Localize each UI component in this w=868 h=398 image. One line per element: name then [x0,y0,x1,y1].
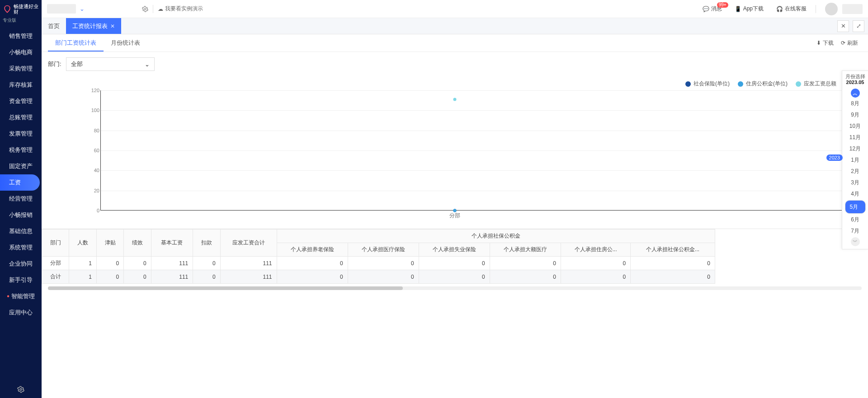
sidebar-item-11[interactable]: 小畅报销 [0,207,42,223]
legend-item-1[interactable]: 住房公积金(单位) [738,80,788,88]
close-tab-button[interactable]: ✕ [837,20,849,32]
month-option[interactable]: 6月 [845,215,866,225]
sidebar-item-14[interactable]: 企业协同 [0,256,42,272]
sidebar-item-2[interactable]: 采购管理 [0,61,42,77]
mobile-icon: 📱 [735,6,741,12]
legend-swatch [738,81,743,87]
sidebar-item-0[interactable]: 销售管理 [0,28,42,44]
fullscreen-button[interactable]: ⤢ [853,20,864,32]
org-selector[interactable]: ⌄ [47,4,137,14]
legend-item-2[interactable]: 应发工资总额 [796,80,836,88]
brand: 畅捷通好业财 [0,0,42,18]
brand-edition: 专业版 [0,17,42,23]
month-scroll-down[interactable]: ︾ [851,237,860,246]
sub-tabs: 部门工资统计表月份统计表 ⬇下载 ⟳刷新 [42,34,868,52]
month-option[interactable]: 2月 [845,166,866,177]
month-panel: 月份选择 2023.05 ︽8月9月10月11月12月1月2月3月4月5月6月7… [842,70,868,249]
app-download-button[interactable]: 📱 App下载 [735,5,764,13]
table-h-scroll[interactable] [48,286,862,290]
sidebar-item-label: 资金管理 [9,97,33,105]
cell: 0 [631,257,715,270]
cell: 1 [69,257,96,270]
cell: 0 [193,270,220,284]
sidebar-item-label: 智能管理 [11,292,35,300]
month-option[interactable]: 8月 [845,98,866,109]
tab-close-icon[interactable]: ✕ [110,23,115,29]
sidebar-item-label: 发票管理 [9,130,33,138]
sidebar-item-17[interactable]: 应用中心 [0,304,42,321]
cell: 0 [124,270,151,284]
gear-icon [17,386,24,394]
ytick: 100 [91,108,99,113]
sidebar-item-7[interactable]: 税务管理 [0,142,42,158]
sidebar-settings[interactable] [0,382,42,398]
cell: 0 [419,257,490,270]
scroll-thumb[interactable] [48,286,403,290]
col-header: 应发工资合计 [220,229,277,257]
chart-area: 社会保险(单位)住房公积金(单位)应发工资总额 020406080100120分… [42,76,868,223]
col-header: 扣款 [193,229,220,257]
month-option[interactable]: 4月 [845,189,866,199]
month-option[interactable]: 1月 [845,155,866,165]
gridline [100,150,845,151]
sub-tab-1[interactable]: 月份统计表 [104,34,147,52]
avatar[interactable] [825,3,838,15]
cell: 111 [220,257,277,270]
tab-label: 工资统计报表 [72,22,108,30]
sidebar-item-13[interactable]: 系统管理 [0,239,42,256]
sub-tab-0[interactable]: 部门工资统计表 [48,34,104,52]
download-button[interactable]: ⬇下载 [813,39,837,47]
tab-0[interactable]: 首页 [42,18,66,34]
sidebar-item-10[interactable]: 经营管理 [0,191,42,207]
legend-item-0[interactable]: 社会保险(单位) [685,80,730,88]
tab-1[interactable]: 工资统计报表✕ [66,18,121,34]
demo-link[interactable]: ☁ 我要看实例演示 [158,5,203,13]
table-wrap[interactable]: 部门人数津贴绩效基本工资扣款应发工资合计个人承担社保公积金个人承担养老保险个人承… [42,229,868,284]
col-header: 个人承担大额医疗 [490,243,561,257]
dept-filter-label: 部门: [48,60,61,68]
chart-legend: 社会保险(单位)住房公积金(单位)应发工资总额 [55,78,854,90]
sidebar-item-8[interactable]: 固定资产 [0,158,42,174]
month-scroll-up[interactable]: ︽ [851,89,860,98]
messages-button[interactable]: 💬 消息 99+ [703,5,722,13]
cell: 0 [96,257,123,270]
ytick: 80 [94,128,99,133]
sidebar-item-3[interactable]: 库存核算 [0,77,42,93]
sidebar-item-4[interactable]: 资金管理 [0,93,42,109]
settings-button[interactable] [142,6,148,12]
dept-select-value: 全部 [71,60,83,68]
table-row: 分部1001110111000000 [42,257,715,270]
sidebar-item-1[interactable]: 小畅电商 [0,44,42,61]
user-name [842,4,863,14]
month-option[interactable]: 10月 [845,121,866,131]
ytick: 0 [97,208,99,213]
cell: 111 [151,257,193,270]
sidebar-item-5[interactable]: 总账管理 [0,109,42,126]
sidebar-item-9[interactable]: 工资 [0,174,40,191]
sidebar-item-16[interactable]: •智能管理 [0,288,42,304]
month-option[interactable]: 7月 [845,226,866,236]
sidebar-item-6[interactable]: 发票管理 [0,126,42,142]
brand-name: 畅捷通好业财 [14,4,39,14]
month-option[interactable]: 12月 [845,144,866,154]
sidebar-item-label: 税务管理 [9,146,33,154]
legend-label: 住房公积金(单位) [746,80,788,88]
dept-select[interactable]: 全部 ⌄ [66,57,155,71]
main: ⌄ ☁ 我要看实例演示 💬 消息 99+ 📱 App下载 [42,0,868,398]
month-option[interactable]: 9月 [845,110,866,120]
support-button[interactable]: 🎧 在线客服 [776,5,807,13]
cell: 0 [193,257,220,270]
month-option[interactable]: 3月 [845,178,866,188]
cloud-icon: ☁ [158,6,163,12]
gridline [100,90,845,91]
month-option[interactable]: 5月 [845,200,866,214]
year-tag: 2023 [826,155,843,161]
sidebar-item-12[interactable]: 基础信息 [0,223,42,239]
sidebar-item-15[interactable]: 新手引导 [0,272,42,288]
refresh-button[interactable]: ⟳刷新 [837,39,862,47]
ytick: 40 [94,168,99,173]
tab-label: 首页 [48,22,60,30]
sidebar-item-label: 销售管理 [9,32,33,40]
month-option[interactable]: 11月 [845,132,866,143]
legend-swatch [796,81,801,87]
